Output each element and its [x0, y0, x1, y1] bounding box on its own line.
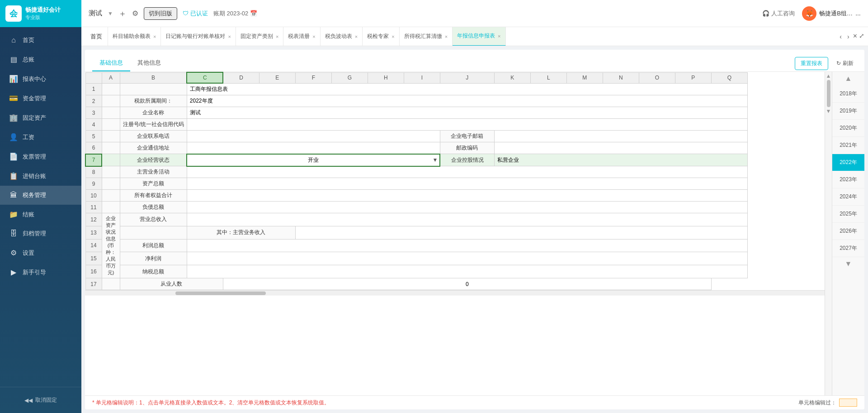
tab-home[interactable]: 首页	[85, 27, 108, 46]
vertical-scrollbar[interactable]: ▲ ▼	[825, 72, 832, 395]
year-item-2025[interactable]: 2025年	[832, 206, 864, 223]
cell-c4[interactable]	[187, 119, 747, 131]
tab-prev-button[interactable]: ‹	[838, 32, 844, 41]
old-version-button[interactable]: 切到旧版	[144, 7, 177, 20]
year-item-2021[interactable]: 2021年	[832, 137, 864, 154]
topbar-dropdown-arrow[interactable]: ▼	[108, 10, 113, 17]
col-header-f[interactable]: F	[295, 72, 331, 83]
cell-a1[interactable]	[102, 83, 120, 95]
cell-c3[interactable]: 测试	[187, 107, 747, 119]
tab-close-all-button[interactable]: ×	[853, 32, 857, 41]
year-item-2026[interactable]: 2026年	[832, 223, 864, 240]
sidebar-item-closing[interactable]: 📁 结账	[0, 205, 81, 224]
tab-income-tax[interactable]: 所得税汇算清缴 ×	[400, 27, 453, 46]
cell-c10[interactable]	[187, 190, 747, 202]
sidebar-item-ledger[interactable]: ▤ 总账	[0, 50, 81, 69]
cell-a6[interactable]	[102, 142, 120, 154]
tab-subject-balance[interactable]: 科目辅助余额表 ×	[108, 27, 161, 46]
cell-a17[interactable]	[102, 278, 120, 290]
tab-close-icon[interactable]: ×	[276, 34, 278, 39]
sidebar-item-home[interactable]: ⌂ 首页	[0, 31, 81, 50]
sidebar-item-invoice[interactable]: 📄 发票管理	[0, 147, 81, 166]
sidebar-item-inout[interactable]: 📋 进销台账	[0, 166, 81, 186]
tab-annual-report[interactable]: 年报信息申报表 ×	[453, 27, 505, 46]
cell-a3[interactable]	[102, 107, 120, 119]
cell-a4[interactable]	[102, 119, 120, 131]
cell-f13[interactable]	[295, 226, 747, 239]
col-header-c[interactable]: C	[187, 72, 223, 83]
col-header-m[interactable]: M	[566, 72, 603, 83]
tab-expand-button[interactable]: ⤢	[859, 32, 864, 41]
cell-c15[interactable]	[187, 252, 747, 265]
year-item-2024[interactable]: 2024年	[832, 188, 864, 206]
topbar-add-button[interactable]: ＋	[118, 8, 127, 19]
cell-a8[interactable]	[102, 166, 120, 178]
cell-a2[interactable]	[102, 95, 120, 107]
year-scroll-up[interactable]: ▲	[832, 72, 864, 85]
col-header-a[interactable]: A	[102, 72, 120, 83]
year-item-2019[interactable]: 2019年	[832, 103, 864, 120]
year-item-2022[interactable]: 2022年	[832, 154, 864, 171]
tab-bank-reconcile[interactable]: 日记账与银行对账单核对 ×	[161, 27, 236, 46]
tab-close-icon[interactable]: ×	[392, 34, 394, 39]
year-scroll-down[interactable]: ▼	[832, 257, 864, 271]
refresh-button[interactable]: ↻ 刷新	[833, 57, 857, 70]
user-menu[interactable]: 🦊 畅捷通B组… …	[802, 6, 861, 21]
topbar-settings-button[interactable]: ⚙	[132, 9, 138, 18]
col-header-d[interactable]: D	[223, 72, 259, 83]
horizontal-scrollbar[interactable]	[85, 290, 825, 296]
tab-close-icon[interactable]: ×	[153, 34, 156, 39]
col-header-q[interactable]: Q	[711, 72, 747, 83]
spreadsheet-container[interactable]: A B C D E F G H I J K L	[85, 72, 825, 395]
cell-d17[interactable]: 0	[223, 278, 711, 290]
tab-close-icon[interactable]: ×	[312, 34, 315, 39]
cell-c5[interactable]	[187, 131, 440, 142]
tab-close-icon[interactable]: ×	[498, 33, 500, 39]
cell-c6[interactable]	[187, 142, 440, 154]
cell-c11[interactable]	[187, 202, 747, 213]
col-header-k[interactable]: K	[494, 72, 530, 83]
cell-c8[interactable]	[187, 166, 747, 178]
col-header-e[interactable]: E	[259, 72, 295, 83]
cell-c9[interactable]	[187, 178, 747, 190]
hscroll-thumb[interactable]	[175, 291, 266, 295]
col-header-i[interactable]: I	[404, 72, 440, 83]
col-header-g[interactable]: G	[331, 72, 368, 83]
cell-k7[interactable]: 私营企业	[494, 154, 747, 166]
support-button[interactable]: 🎧 人工咨询	[762, 9, 795, 18]
vscroll-thumb[interactable]	[827, 80, 830, 107]
col-header-n[interactable]: N	[603, 72, 639, 83]
cell-c16[interactable]	[187, 265, 747, 278]
col-header-o[interactable]: O	[639, 72, 675, 83]
col-header-l[interactable]: L	[530, 72, 566, 83]
reset-button[interactable]: 重置报表	[795, 57, 828, 70]
scroll-down-button[interactable]: ▼	[826, 108, 831, 114]
tab-tax-fluctuation[interactable]: 税负波动表 ×	[321, 27, 363, 46]
cell-b1[interactable]	[120, 83, 187, 95]
cell-k6[interactable]	[494, 142, 747, 154]
col-header-h[interactable]: H	[368, 72, 404, 83]
sidebar-item-archive[interactable]: 🗄 归档管理	[0, 224, 81, 243]
cancel-fixed-button[interactable]: ◀◀ 取消固定	[0, 392, 81, 408]
subtab-basic-info[interactable]: 基础信息	[92, 55, 130, 71]
sidebar-item-guide[interactable]: ▶ 新手引导	[0, 263, 81, 282]
tab-tax-list[interactable]: 税表清册 ×	[283, 27, 320, 46]
tab-tax-inspection[interactable]: 税检专家 ×	[363, 27, 399, 46]
cell-a11[interactable]	[102, 202, 120, 213]
cell-a5[interactable]	[102, 131, 120, 142]
cell-title[interactable]: 工商年报信息表	[187, 83, 747, 95]
col-header-j[interactable]: J	[440, 72, 494, 83]
cell-a7[interactable]	[102, 154, 120, 166]
sidebar-item-report[interactable]: 📊 报表中心	[0, 69, 81, 89]
cell-k5[interactable]	[494, 131, 747, 142]
year-item-2027[interactable]: 2027年	[832, 240, 864, 257]
year-item-2020[interactable]: 2020年	[832, 120, 864, 137]
sidebar-item-capital[interactable]: 💳 资金管理	[0, 89, 81, 108]
cell-a9[interactable]	[102, 178, 120, 190]
scroll-up-button[interactable]: ▲	[826, 73, 831, 79]
cell-c12[interactable]	[187, 213, 747, 226]
tab-next-button[interactable]: ›	[845, 32, 851, 41]
cell-c2[interactable]: 2022年度	[187, 95, 747, 107]
year-item-2023[interactable]: 2023年	[832, 171, 864, 188]
col-header-p[interactable]: P	[675, 72, 711, 83]
